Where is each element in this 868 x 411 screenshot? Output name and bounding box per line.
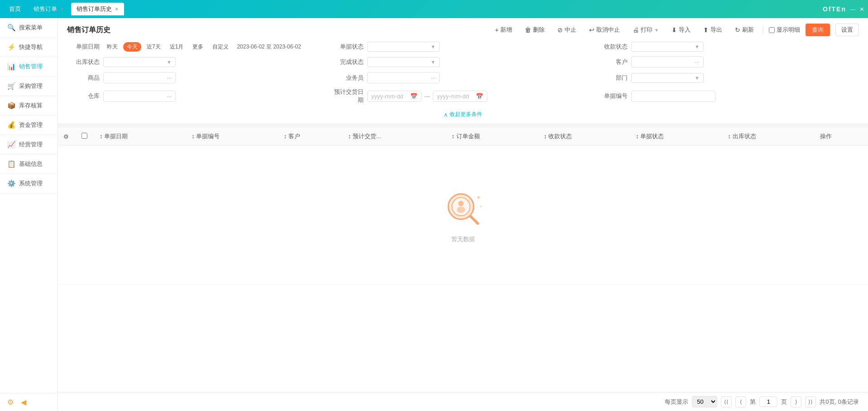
last-page-btn[interactable]: ⟩ ⟩: [805, 396, 816, 407]
calendar-to-icon[interactable]: 📅: [476, 93, 483, 100]
th-payment-status[interactable]: ↕ 收款状态: [538, 128, 630, 145]
display-details-check[interactable]: 显示明细: [769, 26, 800, 34]
sidebar-item-search-menu[interactable]: 🔍 搜索菜单: [0, 18, 58, 38]
collapse-label: 收起更多条件: [450, 111, 482, 118]
tab-sales-order[interactable]: 销售订单 ✕: [28, 3, 69, 15]
warehouse-control[interactable]: ···: [103, 91, 331, 102]
cancel-stop-button[interactable]: ↩ 取消中止: [585, 24, 623, 36]
complete-status-select[interactable]: ▼: [367, 57, 440, 67]
export-button[interactable]: ⬆ 导出: [700, 24, 726, 36]
sidebar-item-system-mgmt[interactable]: ⚙️ 系统管理: [0, 174, 58, 193]
th-expected-delivery-label: ↕ 预计交货...: [348, 133, 381, 140]
warehouse-field[interactable]: ···: [103, 91, 176, 102]
tab-sales-order-close[interactable]: ✕: [60, 7, 64, 12]
sidebar-item-quick-nav[interactable]: ⚡ 快捷导航: [0, 38, 58, 57]
window-minimize[interactable]: —: [850, 6, 856, 13]
filter-row-3: 商品 ··· 业务员 ··· 部门: [67, 72, 859, 83]
total-info: 共0页, 0条记录: [820, 398, 859, 406]
th-order-amount[interactable]: ↕ 订单金额: [446, 128, 538, 145]
sidebar-item-basic-info[interactable]: 📋 基础信息: [0, 155, 58, 174]
collapse-btn[interactable]: ∧ 收起更多条件: [444, 111, 482, 118]
page-size-select[interactable]: 50 20 100: [692, 396, 717, 407]
complete-status-control[interactable]: ▼: [367, 57, 595, 67]
prev-page-btn[interactable]: ⟨: [735, 396, 746, 407]
sidebar-item-sales-mgmt[interactable]: 📊 销售管理: [0, 57, 58, 77]
sidebar-item-inventory-check[interactable]: 📦 库存核算: [0, 96, 58, 116]
customer-field[interactable]: ···: [631, 56, 704, 68]
refresh-button[interactable]: ↻ 刷新: [731, 24, 758, 36]
table-settings-icon[interactable]: ⚙: [63, 133, 69, 140]
payment-status-select[interactable]: ▼: [631, 42, 704, 52]
date-from-input[interactable]: yyyy-mm-dd 📅: [367, 91, 422, 102]
department-select[interactable]: ▼: [631, 73, 704, 83]
bill-status-label: 单据状态: [331, 43, 367, 51]
table-body: ✦ ✦ 暂无数据: [58, 145, 868, 285]
current-page-input[interactable]: [759, 396, 777, 407]
th-out-status[interactable]: ↕ 出库状态: [723, 128, 815, 145]
th-expected-delivery[interactable]: ↕ 预计交货...: [343, 128, 446, 145]
display-details-checkbox[interactable]: [769, 27, 775, 33]
query-button[interactable]: 查询: [806, 24, 830, 36]
customer-control[interactable]: ···: [631, 56, 859, 68]
bill-no-input[interactable]: [631, 91, 715, 102]
date-to-input[interactable]: yyyy-mm-dd 📅: [433, 91, 487, 102]
date-shortcut-custom[interactable]: 自定义: [209, 42, 232, 52]
th-customer[interactable]: ↕ 客户: [278, 128, 343, 145]
th-bill-date[interactable]: ↕ 单据日期: [94, 128, 186, 145]
tab-sales-order-history[interactable]: 销售订单历史 ✕: [71, 3, 124, 15]
out-status-control[interactable]: ▼: [103, 57, 331, 67]
salesperson-field[interactable]: ···: [367, 72, 440, 83]
refresh-label: 刷新: [742, 26, 754, 34]
date-shortcut-more[interactable]: 更多: [189, 42, 207, 52]
sidebar-settings-icon[interactable]: ⚙: [7, 398, 14, 406]
department-control[interactable]: ▼: [631, 73, 859, 83]
last-page-icon2: ⟩: [810, 399, 813, 405]
salesperson-label: 业务员: [331, 74, 367, 82]
svg-point-3: [458, 201, 464, 206]
empty-text: 暂无数据: [451, 235, 475, 243]
page-label: 页: [781, 398, 787, 406]
window-close[interactable]: ✕: [859, 6, 864, 13]
goods-control[interactable]: ···: [103, 72, 331, 83]
th-bill-no[interactable]: ↕ 单据编号: [186, 128, 278, 145]
bill-status-select[interactable]: ▼: [367, 42, 440, 52]
tab-home[interactable]: 首页: [4, 3, 26, 15]
tab-sales-order-history-close[interactable]: ✕: [115, 7, 119, 12]
out-status-select[interactable]: ▼: [103, 57, 176, 67]
import-button[interactable]: ⬇ 导入: [668, 24, 694, 36]
page-word-label: 第: [750, 398, 756, 406]
svg-text:✦: ✦: [476, 194, 481, 201]
date-shortcut-today[interactable]: 今天: [123, 42, 141, 52]
th-bill-status[interactable]: ↕ 单据状态: [630, 128, 722, 145]
sidebar-collapse-icon[interactable]: ◀: [21, 398, 26, 406]
first-page-btn[interactable]: ⟨ ⟨: [721, 396, 732, 407]
new-button[interactable]: + 新增: [491, 24, 516, 36]
th-settings[interactable]: ⚙: [58, 128, 76, 145]
page-title-row: 销售订单历史 + 新增 🗑 删除 ⊘ 中止 ↩: [67, 24, 859, 36]
stop-button[interactable]: ⊘ 中止: [554, 24, 580, 36]
salesperson-control[interactable]: ···: [367, 72, 595, 83]
goods-field[interactable]: ···: [103, 72, 176, 83]
date-shortcut-yesterday[interactable]: 昨天: [103, 42, 121, 52]
stop-icon: ⊘: [557, 26, 563, 34]
payment-status-control[interactable]: ▼: [631, 42, 859, 52]
sidebar-item-fund-mgmt[interactable]: 💰 资金管理: [0, 116, 58, 135]
sidebar-item-business-mgmt[interactable]: 📈 经营管理: [0, 135, 58, 155]
print-arrow: ▼: [654, 28, 659, 33]
next-page-btn[interactable]: ⟩: [791, 396, 801, 407]
bill-status-control[interactable]: ▼: [367, 42, 595, 52]
delete-label: 删除: [533, 26, 545, 34]
th-checkbox[interactable]: [76, 128, 94, 145]
date-shortcut-last7[interactable]: 近7天: [143, 42, 164, 52]
date-shortcut-last1month[interactable]: 近1月: [166, 42, 187, 52]
calendar-from-icon[interactable]: 📅: [410, 93, 417, 100]
customer-label: 客户: [595, 58, 631, 66]
print-button[interactable]: 🖨 打印 ▼: [629, 24, 662, 36]
bill-no-control[interactable]: [631, 91, 859, 102]
th-payment-status-label: ↕ 收款状态: [544, 133, 572, 140]
sidebar-item-purchase-mgmt[interactable]: 🛒 采购管理: [0, 77, 58, 96]
select-all-checkbox[interactable]: [82, 133, 87, 139]
settings-button[interactable]: 设置: [835, 24, 859, 36]
page-title: 销售订单历史: [67, 25, 110, 35]
delete-button[interactable]: 🗑 删除: [521, 24, 548, 36]
